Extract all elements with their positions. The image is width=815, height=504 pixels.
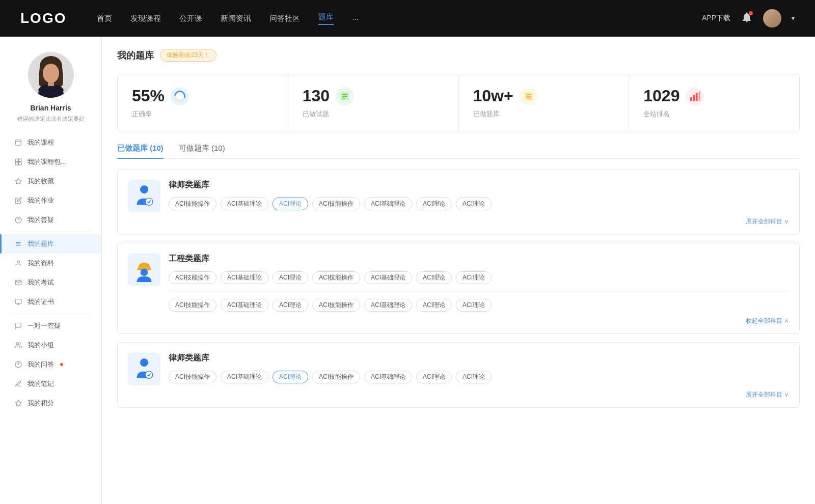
collapse-button[interactable]: 收起全部科目 ∧ [128, 317, 789, 325]
tag[interactable]: ACI理论 [416, 198, 452, 210]
tag[interactable]: ACI理论 [456, 371, 492, 383]
sidebar-item-homework[interactable]: 我的作业 [0, 191, 101, 210]
svg-rect-16 [15, 299, 21, 303]
nav-news[interactable]: 新闻资讯 [221, 14, 251, 23]
stat-label: 全站排名 [643, 109, 785, 119]
tag[interactable]: ACI理论 [273, 299, 308, 312]
svg-rect-9 [19, 159, 21, 161]
sidebar-item-course-package[interactable]: 我的课程包... [0, 152, 101, 172]
nav-discover[interactable]: 发现课程 [130, 14, 161, 23]
tag[interactable]: ACI理论 [416, 371, 452, 383]
sidebar: Brian Harris 错误的决定比没有决定要好 我的课程 我的课程包... … [0, 37, 102, 504]
qbank-title: 律师类题库 [169, 353, 789, 363]
qbank-header: 工程类题库 ACI技能操作 ACI基础理论 ACI理论 ACI技能操作 ACI基… [128, 254, 789, 312]
qbank-icon-lawyer [128, 180, 160, 212]
sidebar-item-my-qa[interactable]: 我的问答 [0, 355, 101, 374]
tag[interactable]: ACI基础理论 [221, 198, 268, 210]
sidebar-motto: 错误的决定比没有决定要好 [9, 115, 93, 123]
trial-badge: 体验剩余23天！ [160, 49, 216, 62]
sidebar-item-qa[interactable]: 我的答疑 [0, 210, 101, 230]
group-icon [14, 341, 22, 349]
tag[interactable]: ACI技能操作 [169, 299, 216, 312]
notes-icon [14, 380, 22, 388]
stat-label: 已做试题 [303, 109, 444, 119]
tag[interactable]: ACI技能操作 [169, 198, 216, 210]
sidebar-item-question-bank[interactable]: 我的题库 [0, 234, 101, 254]
sidebar-avatar [28, 52, 74, 98]
stats-row: 55% 正确率 130 [117, 74, 800, 131]
qbank-title: 律师类题库 [169, 180, 789, 190]
expand-button[interactable]: 展开全部科目 ∨ [128, 217, 789, 226]
bar-chart-icon [689, 91, 700, 102]
tag[interactable]: ACI理论 [456, 299, 492, 312]
svg-point-3 [43, 64, 59, 83]
sidebar-label: 一对一答疑 [28, 321, 61, 330]
tag[interactable]: ACI基础理论 [364, 198, 412, 210]
tag-selected[interactable]: ACI理论 [273, 198, 308, 210]
tag[interactable]: ACI技能操作 [312, 198, 360, 210]
sidebar-item-points[interactable]: 我的积分 [0, 394, 101, 413]
sidebar-item-notes[interactable]: 我的笔记 [0, 374, 101, 394]
nav-more[interactable]: ··· [352, 14, 359, 23]
sidebar-item-profile[interactable]: 我的资料 [0, 254, 101, 273]
sidebar-label: 我的题库 [28, 239, 54, 248]
svg-rect-11 [19, 162, 21, 165]
svg-point-37 [145, 198, 152, 205]
sidebar-label: 我的笔记 [28, 379, 54, 388]
sidebar-item-group[interactable]: 我的小组 [0, 335, 101, 355]
tag[interactable]: ACI理论 [416, 271, 452, 284]
qa-notification-dot [60, 363, 63, 366]
sidebar-item-exam[interactable]: 我的考试 [0, 273, 101, 292]
tag[interactable]: ACI基础理论 [364, 271, 412, 284]
avatar-image [28, 52, 74, 98]
sidebar-label: 我的资料 [28, 259, 54, 268]
tag[interactable]: ACI理论 [416, 299, 452, 312]
tab-row: 已做题库 (10) 可做题库 (10) [117, 144, 800, 159]
tab-done-banks[interactable]: 已做题库 (10) [117, 144, 164, 158]
nav-open-course[interactable]: 公开课 [179, 14, 202, 23]
stat-top: 55% [132, 87, 274, 105]
qbank-tags-row2: ACI技能操作 ACI基础理论 ACI理论 ACI技能操作 ACI基础理论 AC… [169, 299, 789, 312]
navbar-avatar[interactable] [763, 9, 781, 27]
sidebar-item-one-on-one[interactable]: 一对一答疑 [0, 316, 101, 335]
bell-button[interactable] [741, 11, 753, 25]
sidebar-label: 我的小组 [28, 341, 54, 350]
tag[interactable]: ACI技能操作 [312, 271, 360, 284]
tag[interactable]: ACI理论 [273, 271, 308, 284]
tag[interactable]: ACI基础理论 [221, 271, 268, 284]
expand-button-2[interactable]: 展开全部科目 ∨ [128, 390, 789, 399]
tag[interactable]: ACI基础理论 [364, 371, 412, 383]
tab-available-banks[interactable]: 可做题库 (10) [179, 144, 225, 158]
accuracy-icon [171, 87, 189, 105]
tag[interactable]: ACI技能操作 [312, 371, 360, 383]
stat-value: 1029 [643, 87, 680, 105]
stat-label: 已做题库 [473, 109, 615, 119]
list-icon [339, 91, 350, 102]
sidebar-item-certificate[interactable]: 我的证书 [0, 292, 101, 312]
qbank-tags: ACI技能操作 ACI基础理论 ACI理论 ACI技能操作 ACI基础理论 AC… [169, 198, 789, 210]
tag[interactable]: ACI技能操作 [169, 271, 216, 284]
app-download-link[interactable]: APP下载 [702, 14, 730, 23]
tag[interactable]: ACI基础理论 [364, 299, 412, 312]
sidebar-item-favorites[interactable]: 我的收藏 [0, 172, 101, 191]
logo: LOGO [20, 10, 66, 26]
stat-top: 1029 [643, 87, 785, 105]
tag[interactable]: ACI技能操作 [312, 299, 360, 312]
svg-point-40 [140, 358, 148, 367]
page-wrapper: Brian Harris 错误的决定比没有决定要好 我的课程 我的课程包... … [0, 37, 815, 504]
tag[interactable]: ACI理论 [456, 198, 492, 210]
tag-selected[interactable]: ACI理论 [273, 371, 308, 383]
avatar-dropdown-chevron[interactable]: ▾ [792, 15, 795, 22]
nav-question-bank[interactable]: 题库 [318, 12, 334, 25]
tag[interactable]: ACI技能操作 [169, 371, 216, 383]
bell-notification-dot [749, 11, 753, 15]
tag[interactable]: ACI基础理论 [221, 371, 268, 383]
stat-questions-done: 130 已做试题 [288, 74, 459, 131]
points-icon [14, 399, 22, 407]
sidebar-item-my-course[interactable]: 我的课程 [0, 133, 101, 152]
tag[interactable]: ACI理论 [456, 271, 492, 284]
nav-qa[interactable]: 问答社区 [269, 14, 300, 23]
nav-home[interactable]: 首页 [97, 14, 112, 23]
tag[interactable]: ACI基础理论 [221, 299, 268, 312]
stat-accuracy: 55% 正确率 [118, 74, 288, 131]
